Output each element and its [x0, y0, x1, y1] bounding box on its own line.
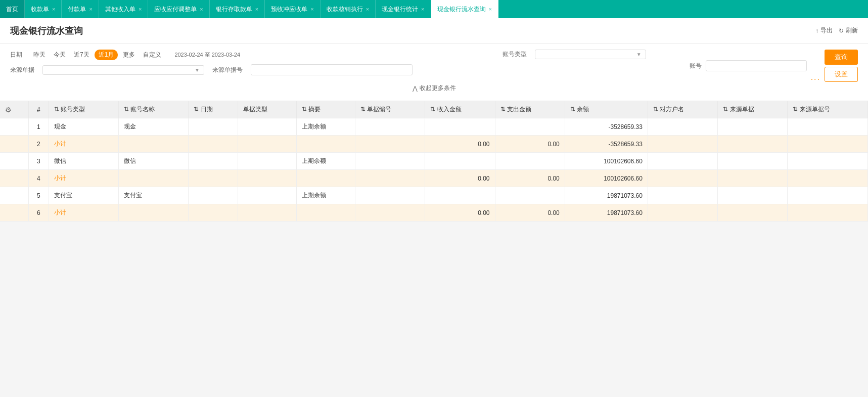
col-balance[interactable]: ⇅ 余额	[565, 101, 648, 118]
refresh-label: 刷新	[846, 26, 858, 35]
col-source-doc-no[interactable]: ⇅ 来源单据号	[788, 101, 868, 118]
table-cell: 100102606.60	[565, 170, 648, 187]
nav-tab-cash-bank-flow-label: 现金银行流水查询	[437, 5, 486, 14]
account-input[interactable]	[706, 60, 807, 71]
query-button[interactable]: 查询	[825, 50, 858, 65]
table-cell: 0.00	[425, 204, 495, 222]
nav-tab-prepay-ar-close[interactable]: ×	[310, 6, 313, 12]
nav-tab-payment[interactable]: 付款单 ×	[62, 0, 99, 18]
source-doc-select[interactable]: ▼	[42, 65, 204, 75]
date-options: 昨天 今天 近7天 近1月 更多 自定义	[30, 50, 164, 60]
col-date[interactable]: ⇅ 日期	[189, 101, 238, 118]
table-cell: 100102606.60	[565, 153, 648, 170]
col-expense[interactable]: ⇅ 支出金额	[495, 101, 565, 118]
table-cell	[648, 204, 717, 222]
nav-tab-other-income-label: 其他收入单	[105, 5, 135, 14]
date-btn-7days[interactable]: 近7天	[71, 50, 93, 60]
table-cell: 微信	[119, 153, 189, 170]
table-cell: 现金	[119, 118, 189, 136]
table-cell	[189, 204, 238, 222]
table-cell	[648, 153, 717, 170]
nav-tab-cash-bank-flow-close[interactable]: ×	[489, 6, 492, 12]
nav-tab-other-income[interactable]: 其他收入单 ×	[99, 0, 148, 18]
table-cell: 5	[28, 187, 49, 204]
nav-tab-cash-bank-stat[interactable]: 现金银行统计 ×	[376, 0, 431, 18]
table-row: 2小计0.000.00-3528659.33	[0, 136, 868, 153]
filter-area: 日期 昨天 今天 近7天 近1月 更多 自定义 2023-02-24 至 202…	[0, 43, 868, 101]
table-row: 6小计0.000.0019871073.60	[0, 204, 868, 222]
table-cell	[718, 187, 788, 204]
table-cell: 支付宝	[49, 187, 118, 204]
source-doc-chevron-icon: ▼	[195, 67, 200, 73]
nav-tab-ar-ap-adjust-close[interactable]: ×	[200, 6, 203, 12]
table-cell	[788, 204, 868, 222]
nav-tab-receipt-close[interactable]: ×	[52, 6, 55, 12]
nav-tab-receipt-verify[interactable]: 收款核销执行 ×	[321, 0, 376, 18]
table-cell	[0, 136, 28, 153]
table-cell	[189, 170, 238, 187]
nav-tab-home[interactable]: 首页	[0, 0, 25, 18]
table-cell	[648, 136, 717, 153]
table-cell: 微信	[49, 153, 118, 170]
nav-tab-ar-ap-adjust[interactable]: 应收应付调整单 ×	[148, 0, 209, 18]
table-cell	[0, 153, 28, 170]
refresh-button[interactable]: ↻ 刷新	[839, 26, 858, 35]
col-summary[interactable]: ⇅ 摘要	[297, 101, 355, 118]
col-income[interactable]: ⇅ 收入金额	[425, 101, 495, 118]
table-cell: 4	[28, 170, 49, 187]
date-btn-more[interactable]: 更多	[120, 50, 138, 60]
date-btn-custom[interactable]: 自定义	[140, 50, 164, 60]
table-row: 5支付宝支付宝上期余额19871073.60	[0, 187, 868, 204]
table-cell	[189, 136, 238, 153]
account-type-chevron-icon: ▼	[636, 52, 642, 57]
nav-tab-bank-deposit-close[interactable]: ×	[255, 6, 258, 12]
table-cell	[297, 136, 355, 153]
col-source-doc-no-sort-icon: ⇅	[793, 106, 798, 113]
nav-tab-payment-close[interactable]: ×	[89, 6, 92, 12]
dots-button[interactable]: ...	[811, 73, 820, 82]
nav-tab-cash-bank-stat-close[interactable]: ×	[421, 6, 424, 12]
table-cell: 6	[28, 204, 49, 222]
page-title: 现金银行流水查询	[10, 25, 83, 37]
data-table: ⚙ # ⇅ 账号类型 ⇅ 账号名称 ⇅ 日期 单据类型 ⇅ 摘要 ⇅ 单据编号 …	[0, 101, 868, 222]
date-btn-1month[interactable]: 近1月	[95, 50, 118, 60]
table-cell	[355, 187, 425, 204]
nav-tab-receipt-verify-close[interactable]: ×	[366, 6, 369, 12]
account-type-select[interactable]: ▼	[535, 50, 646, 59]
table-cell	[189, 153, 238, 170]
table-row: 4小计0.000.00100102606.60	[0, 170, 868, 187]
col-doc-no[interactable]: ⇅ 单据编号	[355, 101, 425, 118]
gear-icon: ⚙	[5, 106, 12, 114]
table-cell: 2	[28, 136, 49, 153]
nav-tab-prepay-ar[interactable]: 预收冲应收单 ×	[265, 0, 320, 18]
nav-tab-receipt-label: 收款单	[31, 5, 49, 14]
table-cell	[238, 136, 297, 153]
nav-tab-bank-deposit[interactable]: 银行存取款单 ×	[210, 0, 265, 18]
col-account-type[interactable]: ⇅ 账号类型	[49, 101, 118, 118]
col-source-doc[interactable]: ⇅ 来源单据	[718, 101, 788, 118]
account-type-label: 账号类型	[502, 50, 527, 59]
collapse-bar[interactable]: ⋀ 收起更多条件	[10, 82, 858, 95]
col-expense-sort-icon: ⇅	[500, 106, 506, 113]
col-account-name[interactable]: ⇅ 账号名称	[119, 101, 189, 118]
date-btn-today[interactable]: 今天	[51, 50, 69, 60]
nav-tab-other-income-close[interactable]: ×	[139, 6, 142, 12]
table-cell: 0.00	[495, 204, 565, 222]
export-button[interactable]: ↑ 导出	[815, 26, 833, 35]
settings-button[interactable]: 设置	[825, 67, 858, 82]
nav-tab-receipt[interactable]: 收款单 ×	[25, 0, 62, 18]
nav-tab-cash-bank-flow[interactable]: 现金银行流水查询 ×	[431, 0, 498, 18]
source-doc-label: 来源单据	[10, 66, 34, 74]
col-doc-no-sort-icon: ⇅	[360, 106, 366, 113]
col-counterparty[interactable]: ⇅ 对方户名	[648, 101, 717, 118]
table-cell: 0.00	[495, 136, 565, 153]
date-btn-yesterday[interactable]: 昨天	[30, 50, 49, 60]
col-gear[interactable]: ⚙	[0, 101, 28, 118]
table-cell: 小计	[49, 204, 118, 222]
table-cell	[297, 204, 355, 222]
table-cell: 0.00	[495, 170, 565, 187]
table-cell: 小计	[49, 136, 118, 153]
source-doc-no-input[interactable]	[251, 64, 413, 75]
col-account-name-sort-icon: ⇅	[124, 106, 129, 113]
table-cell	[495, 118, 565, 136]
